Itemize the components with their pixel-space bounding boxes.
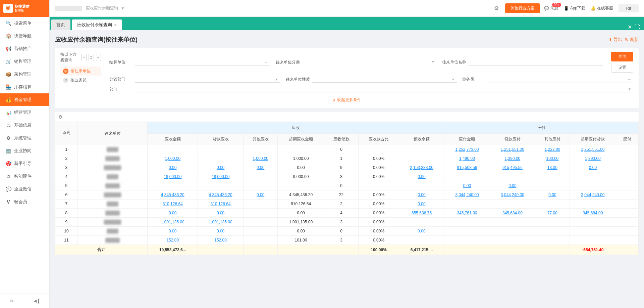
cell-other-ar[interactable] <box>243 181 278 190</box>
cell-ar-amount[interactable] <box>148 145 198 154</box>
cell-ap-amount[interactable]: 3,044,240.00 <box>444 190 490 200</box>
cell-advance[interactable]: 0.00 <box>399 200 444 209</box>
cell-ar-amount[interactable]: 1,000.00 <box>148 154 198 163</box>
unit-name-input[interactable] <box>468 59 603 66</box>
sidebar-item-corp[interactable]: 🏢 企业协同 <box>0 144 49 157</box>
cell-ap-amount[interactable]: 1,252,773.00 <box>444 145 490 154</box>
cell-other-ap[interactable]: 77.00 <box>535 209 570 218</box>
table-scroll-container[interactable]: 序号 往来单位 应收 应付 应收金额 贷款应收 其他应收 超期应收金额 应收笔数 <box>55 122 639 255</box>
cell-loan-ap[interactable]: 1,251,551.00 <box>490 145 535 154</box>
app-download-btn[interactable]: 📱 App下载 <box>564 5 585 11</box>
cell-loan-ar[interactable]: 4,345,436.20 <box>198 190 243 200</box>
cell-ar-amount[interactable]: 18,000.00 <box>148 172 198 181</box>
sidebar-item-sales[interactable]: 🛒 销售管理 <box>0 55 49 68</box>
cell-other-ar[interactable] <box>243 209 278 218</box>
cell-ar-amount[interactable]: 152.00 <box>148 236 198 245</box>
cell-ar-amount[interactable]: 0.00 <box>148 209 198 218</box>
cell-ap-amount[interactable] <box>444 200 490 209</box>
cell-ap-amount[interactable] <box>444 172 490 181</box>
tab-maximize-btn[interactable]: ⛶ <box>635 24 640 30</box>
cell-overdue-ap[interactable] <box>570 172 616 181</box>
refresh-btn[interactable]: ↻ 刷新 <box>625 37 639 43</box>
cell-loan-ar[interactable] <box>198 181 243 190</box>
unit-category-select[interactable]: ▼ <box>302 59 437 65</box>
cell-ar-amount[interactable]: 1,001,135.00 <box>148 218 198 227</box>
cell-other-ar[interactable]: 1,000.00 <box>243 154 278 163</box>
cell-ap-amount[interactable]: 1,490.00 <box>444 154 490 163</box>
cell-loan-ar[interactable]: 152.00 <box>198 236 243 245</box>
salesperson-input[interactable]: ··· <box>488 76 633 83</box>
sidebar-item-guide[interactable]: 🎯 新手引导 <box>0 157 49 170</box>
cell-loan-ap[interactable]: 915,495.56 <box>490 163 535 172</box>
sidebar-item-member[interactable]: V 畅会员 <box>0 195 49 208</box>
cell-overdue-ap[interactable]: 1,251,551.00 <box>570 145 616 154</box>
tab-ar-ap[interactable]: 应收应付余额查询 × <box>72 19 122 30</box>
query-btn[interactable]: 查询 <box>611 52 633 61</box>
search-add-btn[interactable]: + <box>82 54 87 61</box>
cell-loan-ap[interactable]: 345,684.00 <box>490 209 535 218</box>
cell-loan-ap[interactable]: 3,044,240.00 <box>490 190 535 200</box>
header-gear-btn[interactable]: ⚙ <box>492 4 501 13</box>
cell-loan-ar[interactable]: 0.00 <box>198 227 243 236</box>
sidebar-settings-btn[interactable]: ⚙ <box>7 297 17 305</box>
sidebar-item-system[interactable]: ⚙ 系统管理 <box>0 132 49 144</box>
tab-close-btn[interactable]: × <box>114 22 117 28</box>
cell-advance[interactable]: 2,153,333.00 <box>399 163 444 172</box>
cell-overdue-ap[interactable] <box>570 181 616 190</box>
cell-loan-ap[interactable] <box>490 218 535 227</box>
cell-ar-amount[interactable]: 810,126.64 <box>148 200 198 209</box>
sidebar-item-marketing[interactable]: 📢 营销推广 <box>0 42 49 55</box>
search-nav-by-unit[interactable]: 畅 按往来单位 <box>60 67 101 76</box>
cell-loan-ar[interactable]: 0.00 <box>198 163 243 172</box>
cell-overdue-ap[interactable] <box>570 218 616 227</box>
cell-other-ar[interactable] <box>243 236 278 245</box>
cell-other-ap[interactable]: 13.00 <box>535 163 570 172</box>
sidebar-item-basic[interactable]: 🗂 基础信息 <box>0 119 49 132</box>
sidebar-collapse-btn[interactable]: ◀▐ <box>30 297 43 305</box>
cell-ar-amount[interactable] <box>148 181 198 190</box>
cell-other-ar[interactable] <box>243 145 278 154</box>
cell-ap-amount[interactable]: 0.00 <box>444 181 490 190</box>
cell-ar-amount[interactable]: 0.00 <box>148 163 198 172</box>
cell-advance[interactable] <box>399 154 444 163</box>
search-nav-by-staff[interactable]: ⊙ 按业务员 <box>60 76 101 85</box>
collapse-bar[interactable]: ∧ 收起更多条件 <box>60 96 633 104</box>
sidebar-item-search-menu[interactable]: 🔍 搜索菜单 <box>0 17 49 30</box>
settlement-unit-input[interactable]: ··· <box>135 59 270 66</box>
cell-advance[interactable] <box>399 145 444 154</box>
cell-loan-ap[interactable] <box>490 200 535 209</box>
cell-ap-amount[interactable]: 915,508.56 <box>444 163 490 172</box>
sidebar-item-finance[interactable]: 💰 资金管理 <box>0 93 49 106</box>
cell-overdue-ap[interactable]: 1,390.00 <box>570 154 616 163</box>
sidebar-item-inventory[interactable]: 🏪 库存核算 <box>0 81 49 93</box>
cell-loan-ap[interactable]: 1,390.00 <box>490 154 535 163</box>
cell-advance[interactable]: 0.00 <box>399 227 444 236</box>
table-settings-icon[interactable]: ⚙ <box>58 114 63 120</box>
breadcrumb-dropdown-icon[interactable]: ▼ <box>121 6 125 11</box>
cell-other-ap[interactable] <box>535 218 570 227</box>
cell-advance[interactable] <box>399 236 444 245</box>
message-btn[interactable]: 💬 消息 99+ <box>544 5 558 11</box>
promo-btn[interactable]: 体验行业方案 <box>505 3 540 13</box>
cell-loan-ar[interactable] <box>198 154 243 163</box>
sidebar-item-purchase[interactable]: 📦 采购管理 <box>0 68 49 81</box>
cell-other-ap[interactable] <box>535 172 570 181</box>
cell-ap-amount[interactable]: 345,761.00 <box>444 209 490 218</box>
cell-overdue-ap[interactable]: 0.00 <box>570 163 616 172</box>
cell-other-ap[interactable] <box>535 227 570 236</box>
cell-ar-amount[interactable]: 0.00 <box>148 227 198 236</box>
export-btn[interactable]: ⬆ 导出 <box>608 37 622 43</box>
sidebar-item-wechat[interactable]: 💬 企业微信 <box>0 183 49 195</box>
cell-ap-amount[interactable] <box>444 218 490 227</box>
cell-overdue-ap[interactable] <box>570 236 616 245</box>
cell-other-ar[interactable]: 0.00 <box>243 190 278 200</box>
cell-overdue-ap[interactable] <box>570 200 616 209</box>
cell-ap-amount[interactable] <box>444 227 490 236</box>
cell-other-ap[interactable]: 0.00 <box>535 190 570 200</box>
cell-loan-ar[interactable]: 810,126.64 <box>198 200 243 209</box>
dept-select[interactable]: ▼ <box>135 86 633 92</box>
cell-other-ap[interactable]: 1,222.00 <box>535 145 570 154</box>
online-service-btn[interactable]: 🔔 在线客服 <box>591 5 613 11</box>
cell-ap-amount[interactable] <box>444 236 490 245</box>
cell-other-ar[interactable] <box>243 200 278 209</box>
